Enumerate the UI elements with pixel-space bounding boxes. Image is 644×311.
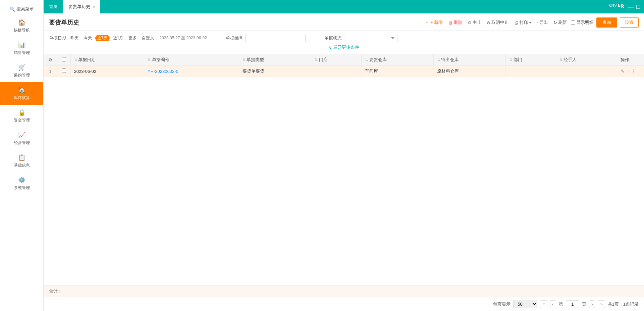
sidebar-item-quick-nav[interactable]: 🏠 快捷导航 bbox=[0, 15, 43, 37]
print-button[interactable]: 🖨 打印 ▾ bbox=[513, 19, 532, 26]
last-page-btn[interactable]: » bbox=[598, 300, 605, 308]
plus-icon: ＋ bbox=[425, 19, 429, 26]
col-store-sort-icon[interactable]: ⇅ bbox=[315, 58, 318, 62]
toolbar: ＋ + 新增 🗑 删除 ⊘ 中止 ⊘ 取消中止 🖨 打印 bbox=[424, 17, 639, 28]
prev-page-btn[interactable]: ‹ bbox=[550, 300, 556, 308]
query-button[interactable]: 查询 bbox=[596, 17, 617, 28]
last1month-shortcut[interactable]: 近1月 bbox=[111, 35, 125, 41]
edit-icon[interactable]: ✎ bbox=[621, 69, 625, 74]
next-page-btn[interactable]: › bbox=[589, 300, 595, 308]
tab-active[interactable]: 要货单历史 × bbox=[63, 0, 100, 13]
more-icon[interactable]: ⋮⋮ bbox=[627, 69, 636, 74]
cancel-stop-button[interactable]: ⊘ 取消中止 bbox=[485, 19, 510, 26]
sidebar-item-sales[interactable]: 📊 销售管理 bbox=[0, 37, 43, 60]
inventory-icon: 🏠 bbox=[18, 86, 25, 94]
row-doc-type: 要货单要货 bbox=[239, 66, 311, 77]
status-label: 单据状态 bbox=[324, 35, 342, 41]
col-dept-sort-icon[interactable]: ⇅ bbox=[509, 58, 512, 62]
home-icon: 🏠 bbox=[18, 19, 25, 26]
col-req-wh-sort-icon[interactable]: ⇅ bbox=[365, 58, 368, 62]
brand-logo: OfTEn bbox=[609, 3, 624, 8]
sidebar-search-label: 搜索菜单 bbox=[16, 6, 34, 12]
col-settings[interactable]: ⚙ bbox=[44, 54, 57, 66]
export-button[interactable]: ↑ 导出 bbox=[535, 19, 550, 26]
search-icon: 🔍 bbox=[10, 7, 15, 12]
display-cell-label: 显示明细 bbox=[576, 19, 594, 26]
page-input[interactable] bbox=[566, 300, 579, 308]
topbar-minimize-icon[interactable]: — bbox=[628, 3, 634, 10]
page-go-label: 第 bbox=[559, 301, 563, 307]
display-cell-checkbox[interactable]: 显示明细 bbox=[571, 19, 594, 26]
refresh-icon: ↻ bbox=[553, 20, 557, 25]
doc-num-label: 单据编号 bbox=[226, 35, 243, 41]
more-shortcut[interactable]: 更多 bbox=[126, 35, 139, 41]
sidebar-item-label: 基础信息 bbox=[14, 163, 30, 168]
lock-icon: 🔒 bbox=[18, 109, 25, 116]
operation-icon: 📈 bbox=[18, 131, 25, 139]
system-icon: ⚙️ bbox=[18, 176, 25, 184]
close-tab-icon[interactable]: × bbox=[93, 5, 95, 9]
sidebar-item-system[interactable]: ⚙️ 系统管理 bbox=[0, 172, 43, 195]
today-shortcut[interactable]: 今天 bbox=[82, 35, 94, 41]
action-icons: ✎ ⋮⋮ bbox=[621, 69, 640, 74]
row-doc-no: YH-20230602-0 bbox=[144, 66, 239, 77]
row-select-checkbox[interactable] bbox=[62, 69, 66, 73]
sidebar-item-label: 库存核算 bbox=[14, 95, 30, 101]
status-filter-group: 单据状态 草稿 已提交 已审核 已中止 bbox=[324, 34, 397, 42]
sidebar-item-inventory[interactable]: 🏠 库存核算 bbox=[0, 82, 43, 105]
page-label: 页 bbox=[582, 301, 586, 307]
filter-area: 单据日期 昨天 今天 近7天 近1月 更多 自定义 2023-05-27 至 2… bbox=[44, 31, 644, 54]
stop-label: 中止 bbox=[473, 19, 481, 26]
doc-num-input[interactable] bbox=[245, 34, 306, 42]
expand-more-btn[interactable]: ∨ 展开更多条件 bbox=[329, 44, 359, 50]
date-range-display: 2023-05-27 至 2023-06-02 bbox=[159, 35, 207, 41]
sidebar-item-operation[interactable]: 📈 经营管理 bbox=[0, 127, 43, 150]
export-icon: ↑ bbox=[536, 20, 539, 25]
table-header-row: ⚙ ⇅ 单据日期 ⇅ 单据编号 bbox=[44, 54, 644, 66]
display-cell-input[interactable] bbox=[571, 20, 575, 25]
col-action: 操作 bbox=[617, 54, 644, 66]
col-date-label: 单据日期 bbox=[78, 57, 96, 62]
sidebar-item-finance[interactable]: 🔒 资金管理 bbox=[0, 105, 43, 127]
tab-home[interactable]: 首页 bbox=[44, 0, 63, 13]
per-page-select[interactable]: 10 20 50 100 bbox=[513, 300, 537, 308]
col-req-warehouse: ⇅ 要货仓库 bbox=[361, 54, 433, 66]
col-doc-type-label: 单据类型 bbox=[247, 57, 264, 62]
sidebar: 🔍 搜索菜单 🏠 快捷导航 📊 销售管理 🛒 采购管理 🏠 库存核算 🔒 资金管… bbox=[0, 0, 44, 311]
table-area: ⚙ ⇅ 单据日期 ⇅ 单据编号 bbox=[44, 54, 644, 285]
row-doc-no-link[interactable]: YH-20230602-0 bbox=[148, 69, 178, 74]
stop-button[interactable]: ⊘ 中止 bbox=[467, 19, 483, 26]
topbar-maximize-icon[interactable]: □ bbox=[636, 3, 640, 10]
settings-icon[interactable]: ⚙ bbox=[48, 57, 52, 62]
data-table: ⚙ ⇅ 单据日期 ⇅ 单据编号 bbox=[44, 54, 644, 77]
status-select[interactable]: 草稿 已提交 已审核 已中止 bbox=[344, 34, 397, 42]
col-action-label: 操作 bbox=[621, 57, 629, 62]
select-all-checkbox[interactable] bbox=[62, 57, 66, 61]
new-button[interactable]: ＋ + 新增 bbox=[424, 19, 444, 26]
date-filter-group: 单据日期 昨天 今天 近7天 近1月 更多 自定义 2023-05-27 至 2… bbox=[49, 35, 207, 41]
custom-shortcut[interactable]: 自定义 bbox=[140, 35, 156, 41]
col-pending-wh-sort-icon[interactable]: ⇅ bbox=[437, 58, 440, 62]
first-page-btn[interactable]: « bbox=[540, 300, 547, 308]
delete-button[interactable]: 🗑 删除 bbox=[447, 19, 464, 26]
col-handler-sort-icon[interactable]: ⇅ bbox=[559, 58, 562, 62]
sidebar-item-purchase[interactable]: 🛒 采购管理 bbox=[0, 60, 43, 82]
refresh-button[interactable]: ↻ 刷新 bbox=[552, 19, 568, 26]
setting-button[interactable]: 设置 bbox=[620, 17, 639, 28]
col-store: ⇅ 门店 bbox=[311, 54, 362, 66]
doc-num-filter-group: 单据编号 bbox=[226, 34, 306, 42]
yesterday-shortcut[interactable]: 昨天 bbox=[68, 35, 80, 41]
date-filter-label: 单据日期 bbox=[49, 35, 66, 41]
sidebar-item-basic[interactable]: 📋 基础信息 bbox=[0, 150, 43, 172]
filter-row-2: ∨ 展开更多条件 bbox=[49, 44, 639, 50]
new-label: + 新增 bbox=[430, 19, 443, 26]
col-date-sort-icon[interactable]: ⇅ bbox=[74, 58, 77, 62]
col-doc-type-sort-icon[interactable]: ⇅ bbox=[243, 58, 246, 62]
col-pending-warehouse: ⇅ 待出仓库 bbox=[433, 54, 506, 66]
col-doc-no-sort-icon[interactable]: ⇅ bbox=[148, 58, 151, 62]
chart-icon: 📊 bbox=[18, 41, 25, 49]
last7days-shortcut[interactable]: 近7天 bbox=[95, 35, 110, 41]
col-date: ⇅ 单据日期 bbox=[70, 54, 144, 66]
sidebar-search[interactable]: 🔍 搜索菜单 bbox=[0, 3, 43, 15]
stop-icon: ⊘ bbox=[468, 20, 472, 25]
